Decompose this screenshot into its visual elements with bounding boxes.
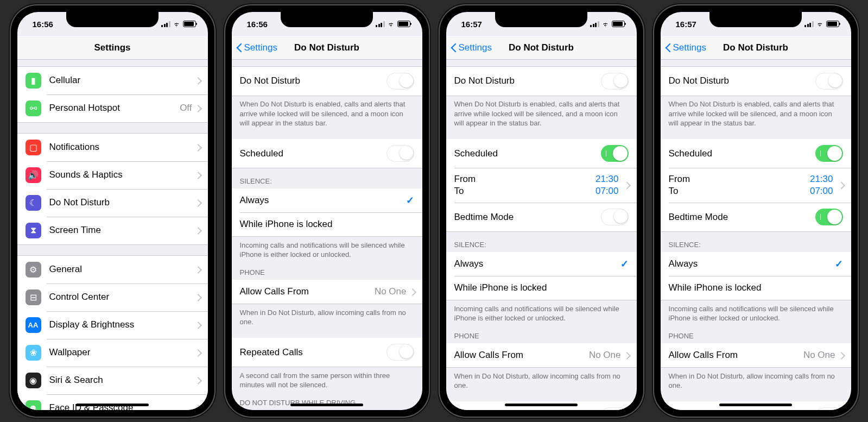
cell-group: Allow Calls FromNo One [661,343,851,368]
toggle-switch[interactable] [387,73,414,90]
settings-cell[interactable]: From21:30To07:00 [661,168,851,203]
cell-label: Allow Calls From [454,350,589,361]
status-right [804,21,839,27]
home-indicator [505,404,578,406]
settings-cell[interactable]: While iPhone is locked [232,212,422,236]
phone-frame: 16:56SettingsDo Not DisturbDo Not Distur… [225,5,429,417]
settings-cell[interactable]: ❀Wallpaper [17,339,208,367]
cell-label: Do Not Disturb [454,75,601,86]
settings-cell[interactable]: ☻Face ID & Passcode [17,394,208,411]
content-scroll[interactable]: Do Not DisturbWhen Do Not Disturb is ena… [232,60,422,410]
settings-cell[interactable]: ▮Cellular [17,67,208,95]
settings-cell[interactable]: Bedtime Mode [661,203,851,231]
cell-detail: Off [180,103,192,114]
battery-icon [612,21,625,27]
status-time: 16:57 [461,20,482,29]
settings-cell[interactable]: ☾Do Not Disturb [17,189,208,217]
chevron-right-icon [195,349,200,356]
settings-cell[interactable]: Allow Calls FromNo One [661,343,851,367]
cell-label: Wallpaper [49,347,195,358]
checkmark-icon: ✓ [835,258,843,270]
toggle-switch[interactable] [387,344,414,361]
chevron-right-icon [195,294,200,301]
toggle-switch[interactable] [601,73,629,90]
dnd-icon: ☾ [26,195,41,211]
toggle-switch[interactable] [815,407,843,410]
phone-frame: 16:56Settings▮Cellular⚯Personal HotspotO… [11,5,214,417]
cell-label: Sounds & Haptics [49,169,195,180]
content-scroll[interactable]: ▮Cellular⚯Personal HotspotOff▢Notificati… [17,60,208,410]
settings-cell[interactable]: Scheduled [232,139,422,168]
group-header: PHONE [446,323,637,343]
chevron-right-icon [839,352,843,359]
settings-cell[interactable]: Bedtime Mode [446,203,637,231]
cell-label: While iPhone is locked [240,219,414,230]
time-value: 21:30 [595,174,619,185]
settings-cell[interactable]: From21:30To07:00 [446,168,637,203]
cell-label: Allow Calls From [240,286,375,297]
settings-cell[interactable]: ⊟Control Center [17,284,208,311]
nav-bar: SettingsDo Not Disturb [661,36,851,60]
toggle-switch[interactable] [601,145,629,162]
settings-cell[interactable]: While iPhone is locked [661,276,851,300]
home-indicator [719,404,792,406]
time-label: From [454,174,476,185]
notch [66,12,159,27]
cell-group: Scheduled [232,139,422,168]
time-row: To07:00 [669,186,843,197]
settings-cell[interactable]: Scheduled [661,139,851,168]
settings-cell[interactable]: ⚯Personal HotspotOff [17,95,208,122]
settings-cell[interactable]: Always✓ [661,252,851,276]
cell-group: ScheduledFrom21:30To07:00Bedtime Mode [446,139,637,232]
time-value: 21:30 [810,174,833,185]
screentime-icon: ⧗ [26,223,41,238]
settings-cell[interactable]: Do Not Disturb [661,67,851,96]
toggle-switch[interactable] [815,209,843,225]
toggle-switch[interactable] [815,73,843,90]
chevron-right-icon [195,199,200,206]
chevron-right-icon [195,405,200,411]
time-value: 07:00 [595,186,619,197]
hotspot-icon: ⚯ [26,100,41,116]
group-header: DO NOT DISTURB WHILE DRIVING [232,390,422,410]
settings-cell[interactable]: AADisplay & Brightness [17,311,208,339]
settings-cell[interactable]: ◉Siri & Search [17,367,208,394]
toggle-switch[interactable] [601,407,629,410]
phone-screen: 16:56Settings▮Cellular⚯Personal HotspotO… [17,12,208,410]
wifi-icon [387,21,395,27]
nav-back-button[interactable]: Settings [661,42,706,53]
settings-cell[interactable]: ⚙General [17,256,208,284]
settings-cell[interactable]: Always✓ [232,188,422,212]
settings-cell[interactable]: ▢Notifications [17,134,208,161]
settings-cell[interactable]: 🔊Sounds & Haptics [17,161,208,189]
faceid-icon: ☻ [26,400,41,411]
settings-cell[interactable]: Repeated Calls [232,338,422,367]
settings-cell[interactable]: While iPhone is locked [446,276,637,300]
toggle-switch[interactable] [601,209,629,225]
nav-back-label: Settings [673,42,706,53]
settings-cell[interactable]: Always✓ [446,252,637,276]
nav-back-button[interactable]: Settings [446,42,492,53]
cell-label: General [49,264,195,275]
notifications-icon: ▢ [26,140,41,155]
settings-cell[interactable]: Do Not Disturb [232,67,422,96]
phone-frame: 16:57SettingsDo Not DisturbDo Not Distur… [654,5,858,417]
settings-cell[interactable]: Allow Calls FromNo One [446,343,637,367]
settings-cell[interactable]: Scheduled [446,139,637,168]
toggle-switch[interactable] [815,145,843,162]
settings-cell[interactable]: ⧗Screen Time [17,217,208,244]
signal-icon [804,21,814,27]
content-scroll[interactable]: Do Not DisturbWhen Do Not Disturb is ena… [661,60,851,410]
chevron-right-icon [195,322,200,329]
nav-back-button[interactable]: Settings [232,42,277,53]
chevron-right-icon [839,182,843,189]
settings-cell[interactable]: Do Not Disturb [446,67,637,96]
content-scroll[interactable]: Do Not DisturbWhen Do Not Disturb is ena… [446,60,637,410]
cell-label: Siri & Search [49,375,195,386]
group-footer: Incoming calls and notifications will be… [446,300,637,323]
cell-group: Always✓While iPhone is locked [446,252,637,300]
cell-group: Do Not Disturb [232,66,422,96]
settings-cell[interactable]: Allow Calls FromNo One [232,280,422,304]
status-time: 16:57 [676,20,696,29]
toggle-switch[interactable] [387,145,414,162]
